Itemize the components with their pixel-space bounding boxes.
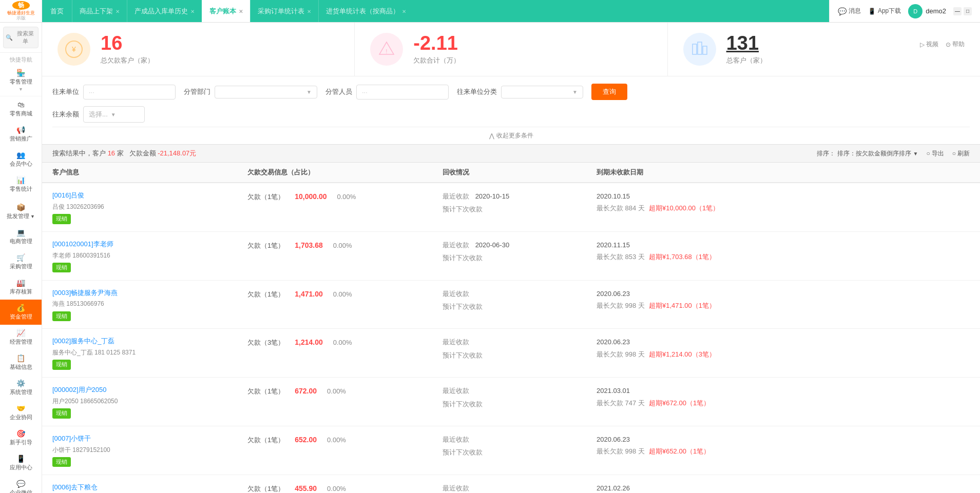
filter-label-unit: 往来单位	[52, 87, 79, 96]
close-icon[interactable]: ✕	[190, 9, 195, 14]
last-collect-label-6: 最近收款	[443, 484, 469, 492]
sidebar-item-marketing[interactable]: 📢 营销推广	[0, 122, 42, 147]
filter-label-balance: 往来余额	[52, 110, 79, 119]
debt-amount-5: 652.00	[295, 433, 317, 446]
collapse-btn[interactable]: ⋀ 收起更多条件	[52, 127, 970, 144]
sidebar-item-basic-info[interactable]: 📋 基础信息	[0, 350, 42, 375]
overdue-info-6: 2021.02.26 最长欠款 750 天 超期¥455.90（1笔）	[597, 482, 970, 493]
debt-pct-2: 0.00%	[333, 288, 352, 300]
overdue-link-3[interactable]: 超期¥1,214.00（3笔）	[649, 348, 716, 360]
sidebar-item-system-mgmt[interactable]: ⚙️ 系统管理	[0, 375, 42, 400]
sidebar-item-retail-mgmt[interactable]: 🏪 零售管理 ▼	[0, 65, 42, 96]
tab-inbound-stats[interactable]: 进货单统计表（按商品） ✕	[318, 0, 413, 22]
tab-customer-account[interactable]: 客户账本 ✕	[202, 0, 250, 22]
debt-amount-6: 455.90	[295, 482, 317, 493]
last-collect-row-3: 最近收款	[443, 336, 597, 348]
customer-code-2[interactable]: [0003]畅捷服务尹海燕	[52, 288, 247, 299]
filter-input-person[interactable]: ···	[356, 85, 449, 100]
overdue-date-1: 2020.11.15	[597, 239, 970, 251]
customer-info-4: [000002]用户2050 用户2050 18665062050 现销	[52, 385, 247, 419]
col-header-customer: 客户信息	[52, 168, 247, 177]
overdue-link-1[interactable]: 超期¥1,703.68（1笔）	[649, 251, 716, 263]
sidebar-item-beginner-guide[interactable]: 🎯 新手引导	[0, 425, 42, 450]
overdue-link-0[interactable]: 超期¥10,000.00（1笔）	[649, 202, 719, 214]
filter-label-dept: 分管部门	[184, 87, 210, 96]
svg-rect-3	[693, 44, 697, 54]
sidebar-item-app-center[interactable]: 📱 应用中心	[0, 450, 42, 476]
sidebar-item-operation-mgmt[interactable]: 📈 经营管理	[0, 325, 42, 350]
last-collect-label-4: 最近收款	[443, 387, 469, 395]
tab-purchase-order[interactable]: 采购订单统计表 ✕	[250, 0, 318, 22]
tab-home[interactable]: 首页	[42, 0, 72, 22]
app-download-btn[interactable]: 📱 App下载	[868, 7, 901, 15]
sidebar-item-purchase-mgmt[interactable]: 🛒 采购管理	[0, 249, 42, 274]
export-btn[interactable]: ○ 导出	[927, 149, 944, 158]
tab-production-history[interactable]: 产成品入库单历史 ✕	[127, 0, 202, 22]
customer-code-3[interactable]: [0002]服务中心_丁磊	[52, 336, 247, 347]
customer-code-0[interactable]: [0016]吕俊	[52, 190, 247, 201]
stat-icon-1: ¥	[57, 33, 90, 66]
refresh-btn[interactable]: ○ 刷新	[952, 149, 970, 158]
close-icon[interactable]: ✕	[239, 9, 243, 14]
debt-amount-3: 1,214.00	[295, 336, 323, 349]
user-avatar-btn[interactable]: D demo2	[908, 4, 946, 18]
debt-pct-0: 0.00%	[337, 191, 356, 203]
sidebar-search-btn[interactable]: 🔍搜索菜单	[3, 27, 39, 48]
last-collect-row-4: 最近收款	[443, 385, 597, 397]
query-button[interactable]: 查询	[591, 84, 627, 100]
next-collect-row-4: 预计下次收款	[443, 398, 597, 410]
overdue-days-2: 最长欠款 998 天	[597, 300, 645, 311]
results-actions: 排序：排序：按欠款金额倒序排序 ▼ ○ 导出 ○ 刷新	[817, 149, 970, 158]
debt-count-5: 欠款（1笔）	[247, 434, 284, 446]
stat-card-1: ¥ 16 总欠款客户（家）	[42, 23, 355, 76]
minimize-btn[interactable]: —	[953, 7, 962, 15]
sidebar-item-batch-mgmt[interactable]: 📦 批发管理▼	[0, 199, 42, 224]
debt-pct-6: 0.00%	[327, 483, 346, 493]
last-collect-label-2: 最近收款	[443, 290, 469, 298]
stat-info-1: 16 总欠款客户（家）	[101, 33, 154, 65]
svg-rect-4	[698, 42, 702, 54]
customer-code-5[interactable]: [0007]小饼干	[52, 433, 247, 444]
avatar: D	[908, 4, 923, 18]
sort-select[interactable]: 排序：排序：按欠款金额倒序排序 ▼	[817, 149, 918, 158]
stat-card-3: 131 总客户（家） ▷ 视频 ⊙ 帮助	[668, 23, 980, 76]
overdue-link-5[interactable]: 超期¥652.00（1笔）	[649, 445, 710, 457]
sidebar-item-member-center[interactable]: 👥 会员中心	[0, 147, 42, 172]
help-btn[interactable]: ⊙ 帮助	[946, 40, 965, 49]
sidebar-item-capital-mgmt[interactable]: 💰 资金管理	[0, 300, 42, 325]
results-summary: 搜索结果中，客户 16 家 欠款金额 -21,148.07元	[52, 149, 196, 158]
next-collect-row-5: 预计下次收款	[443, 446, 597, 458]
filter-input-unit[interactable]: ···	[83, 85, 176, 100]
stat-info-3: 131 总客户（家）	[726, 33, 766, 65]
overdue-link-4[interactable]: 超期¥672.00（1笔）	[649, 397, 710, 409]
sidebar-item-ecommerce[interactable]: 💻 电商管理	[0, 224, 42, 249]
stat-number-2: -2.11	[413, 33, 460, 53]
close-icon[interactable]: ✕	[402, 9, 406, 14]
sidebar-item-retail-mall[interactable]: 🛍 零售商城	[0, 96, 42, 122]
sidebar-item-retail-stats[interactable]: 📊 零售统计	[0, 172, 42, 197]
close-icon[interactable]: ✕	[307, 9, 311, 14]
stat-icon-3	[683, 33, 716, 66]
message-btn[interactable]: 💬 消息	[838, 7, 861, 15]
next-collect-row-0: 预计下次收款	[443, 203, 597, 215]
sidebar-item-inventory[interactable]: 🏭 库存核算	[0, 274, 42, 300]
close-icon[interactable]: ✕	[116, 9, 120, 14]
sidebar-item-enterprise-collab[interactable]: 🤝 企业协同	[0, 400, 42, 425]
customer-tag-5: 现销	[52, 457, 71, 467]
maximize-btn[interactable]: □	[964, 7, 972, 15]
customer-code-4[interactable]: [000002]用户2050	[52, 385, 247, 396]
tab-goods-shelf[interactable]: 商品上下架 ✕	[72, 0, 127, 22]
filter-select-classify[interactable]: ▼	[501, 86, 583, 98]
filter-select-dept[interactable]: ▼	[215, 86, 317, 98]
stat-icon-2: !	[370, 33, 403, 66]
customer-code-6[interactable]: [0006]去下粮仓	[52, 482, 247, 493]
filter-select-balance[interactable]: 选择... ▼	[83, 106, 145, 123]
debt-pct-1: 0.00%	[333, 240, 352, 251]
customer-code-1[interactable]: [0001020001]李老师	[52, 239, 247, 250]
filter-row-2: 往来余额 选择... ▼	[52, 106, 970, 123]
overdue-date-3: 2020.06.23	[597, 336, 970, 348]
view-btn[interactable]: ▷ 视频	[920, 40, 938, 49]
data-table: 客户信息 欠款交易信息（占比） 回收情况 到期未收款日期 [0016]吕俊 吕俊…	[42, 163, 980, 493]
sidebar-item-enterprise-wechat[interactable]: 💬 企业微信	[0, 476, 42, 493]
overdue-link-2[interactable]: 超期¥1,471.00（1笔）	[649, 300, 716, 311]
